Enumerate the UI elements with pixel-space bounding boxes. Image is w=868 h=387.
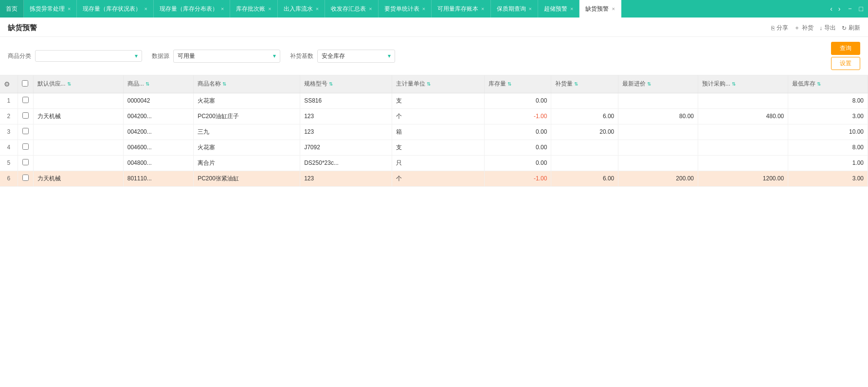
row-checkbox[interactable]	[22, 175, 29, 181]
col-unit[interactable]: 主计量单位 ⇅	[392, 75, 485, 93]
row-number: 2	[0, 108, 18, 124]
datasource-select[interactable]: 可用量 ▾	[173, 50, 280, 63]
table-row: 5004800...离合片DS250*23c...只0.001.00	[0, 155, 868, 171]
tab-minimize[interactable]: －	[844, 3, 856, 14]
cell-unit: 箱	[392, 124, 485, 140]
col-est-purchase[interactable]: 预计采购... ⇅	[698, 75, 788, 93]
settings-button[interactable]: 设置	[831, 57, 860, 70]
cell-replenish-qty: 20.00	[551, 124, 618, 140]
cell-product-code: 004200...	[123, 124, 193, 140]
col-spec[interactable]: 规格型号 ⇅	[300, 75, 392, 93]
tab-batch-account[interactable]: 库存批次账 ×	[230, 0, 277, 18]
share-button[interactable]: ⎘ 分享	[771, 24, 788, 32]
cell-stock: 0.00	[484, 140, 551, 155]
tab-demand-stat[interactable]: 要货单统计表 ×	[379, 0, 432, 18]
tab-close-expiry-query[interactable]: ×	[529, 6, 532, 12]
tab-scroll-right[interactable]: ›	[835, 4, 844, 14]
replenish-basis-filter-group: 补货基数 安全库存 ▾	[290, 50, 395, 63]
cell-supplier	[33, 93, 123, 108]
main-content: 缺货预警 ⎘ 分享 ＋ 补货 ↓ 导出 ↻ 刷新 商品分类	[0, 18, 868, 387]
tab-close-inout-flow[interactable]: ×	[316, 6, 319, 12]
row-checkbox[interactable]	[22, 112, 29, 119]
tab-close-available-ledger[interactable]: ×	[481, 6, 484, 12]
row-checkbox[interactable]	[22, 128, 29, 134]
cell-stock: -1.00	[484, 108, 551, 124]
refresh-button[interactable]: ↻ 刷新	[842, 24, 860, 32]
cell-stock: 0.00	[484, 93, 551, 108]
row-checkbox[interactable]	[22, 159, 29, 165]
select-all-checkbox[interactable]	[22, 80, 28, 87]
tab-close-receive-summary[interactable]: ×	[369, 6, 372, 12]
column-settings-button[interactable]: ⚙	[4, 80, 10, 88]
row-number: 4	[0, 140, 18, 155]
query-button[interactable]: 查询	[831, 42, 860, 55]
row-checkbox-cell	[18, 155, 33, 171]
table-row: 3004200...三九123箱0.0020.0010.00	[0, 124, 868, 140]
col-default-supplier[interactable]: 默认供应... ⇅	[33, 75, 123, 93]
cell-product-name: 离合片	[194, 155, 300, 171]
tab-exception[interactable]: 拣货异常处理 ×	[24, 0, 77, 18]
cell-product-name: 火花塞	[194, 93, 300, 108]
tab-overstock-warn[interactable]: 超储预警 ×	[538, 0, 579, 18]
cell-est-purchase	[698, 140, 788, 155]
tab-close-exception[interactable]: ×	[68, 6, 71, 12]
cell-unit: 支	[392, 93, 485, 108]
tab-close-demand-stat[interactable]: ×	[422, 6, 425, 12]
category-select[interactable]: ▾	[35, 50, 142, 62]
table-row: 6力天机械801110...PC200张紧油缸123个-1.006.00200.…	[0, 171, 868, 186]
shortage-table: ⚙ 默认供应... ⇅ 商品... ⇅	[0, 75, 868, 187]
tab-close-stock-status[interactable]: ×	[144, 6, 147, 12]
col-latest-price[interactable]: 最新进价 ⇅	[618, 75, 698, 93]
table-header-row: ⚙ 默认供应... ⇅ 商品... ⇅	[0, 75, 868, 93]
datasource-dropdown-icon: ▾	[273, 53, 276, 59]
tab-inout-flow[interactable]: 出入库流水 ×	[278, 0, 325, 18]
datasource-label: 数据源	[152, 52, 169, 60]
cell-supplier: 力天机械	[33, 108, 123, 124]
cell-spec: 123	[300, 124, 392, 140]
export-button[interactable]: ↓ 导出	[819, 24, 836, 32]
col-product-code[interactable]: 商品... ⇅	[123, 75, 193, 93]
cell-latest-price	[618, 140, 698, 155]
tab-maximize[interactable]: □	[856, 4, 866, 14]
cell-replenish-qty	[551, 155, 618, 171]
cell-product-code: 801110...	[123, 171, 193, 186]
cell-product-code: 0000042	[123, 93, 193, 108]
tab-expiry-query[interactable]: 保质期查询 ×	[491, 0, 538, 18]
tab-nav-buttons: ‹ › － □	[825, 3, 868, 14]
tab-stock-dist[interactable]: 现存量（库存分布表） ×	[154, 0, 230, 18]
row-checkbox[interactable]	[22, 97, 29, 103]
cell-spec: SS816	[300, 93, 392, 108]
cell-stock: 0.00	[484, 124, 551, 140]
col-stock[interactable]: 库存量 ⇅	[484, 75, 551, 93]
sort-name-icon: ⇅	[222, 81, 226, 87]
tab-close-batch-account[interactable]: ×	[268, 6, 271, 12]
refresh-icon: ↻	[842, 25, 847, 32]
row-checkbox-cell	[18, 124, 33, 140]
cell-min-stock: 8.00	[788, 140, 868, 155]
tab-home[interactable]: 首页	[0, 0, 24, 18]
tab-close-overstock-warn[interactable]: ×	[570, 6, 573, 12]
row-checkbox[interactable]	[22, 143, 29, 150]
tab-stock-status[interactable]: 现存量（库存状况表） ×	[77, 0, 153, 18]
cell-latest-price: 200.00	[618, 171, 698, 186]
cell-product-code: 004600...	[123, 140, 193, 155]
tab-close-stock-dist[interactable]: ×	[221, 6, 224, 12]
tab-available-ledger[interactable]: 可用量库存账本 ×	[432, 0, 490, 18]
cell-supplier	[33, 140, 123, 155]
cell-product-name: PC200油缸庄子	[194, 108, 300, 124]
cell-min-stock: 3.00	[788, 108, 868, 124]
replenish-basis-select[interactable]: 安全库存 ▾	[317, 50, 395, 63]
cell-unit: 支	[392, 140, 485, 155]
cell-min-stock: 1.00	[788, 155, 868, 171]
row-checkbox-cell	[18, 140, 33, 155]
cell-supplier	[33, 155, 123, 171]
tab-receive-summary[interactable]: 收发存汇总表 ×	[325, 0, 378, 18]
col-replenish-qty[interactable]: 补货量 ⇅	[551, 75, 618, 93]
sort-price-icon: ⇅	[647, 81, 651, 87]
col-min-stock[interactable]: 最低库存 ⇅	[788, 75, 868, 93]
tab-close-shortage-warn[interactable]: ×	[612, 6, 615, 12]
replenish-button[interactable]: ＋ 补货	[794, 24, 814, 32]
col-product-name[interactable]: 商品名称 ⇅	[194, 75, 300, 93]
tab-shortage-warn[interactable]: 缺货预警 ×	[579, 0, 621, 18]
tab-scroll-left[interactable]: ‹	[827, 4, 835, 14]
